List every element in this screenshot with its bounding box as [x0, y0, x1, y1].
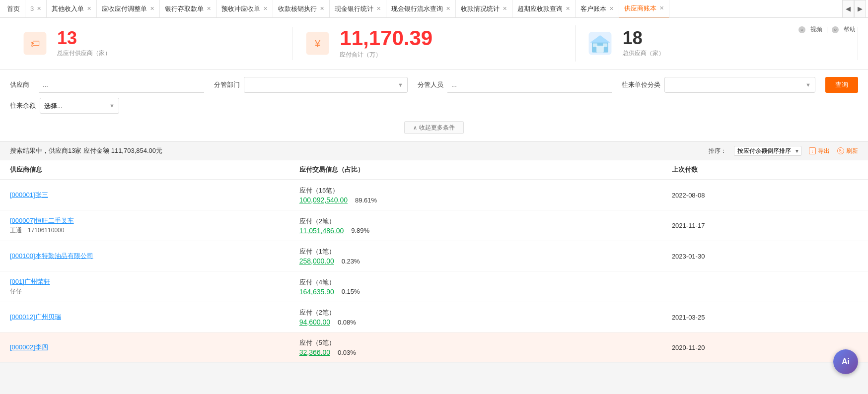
supplier-link-3[interactable]: [001]广州荣轩	[10, 277, 289, 286]
tab-collection-stats[interactable]: 收款情况统计 ✕	[456, 0, 512, 18]
transaction-label-1: 应付（2笔）	[299, 217, 672, 226]
last-pay-date-2: 2023-01-30	[672, 253, 705, 260]
tab-home-label: 首页	[7, 4, 20, 13]
tab-collection-close[interactable]: ✕	[320, 5, 324, 12]
supplier-label: 供应商	[10, 80, 35, 89]
sort-wrapper[interactable]: 按应付余额倒序排序 ▼	[734, 146, 801, 156]
search-row-1: 供应商 分管部门 ▼ 分管人员 往来单位分类 ▼	[10, 77, 858, 93]
search-panel: 供应商 分管部门 ▼ 分管人员 往来单位分类 ▼	[0, 69, 868, 142]
dept-select-wrapper[interactable]: ▼	[244, 77, 408, 93]
transaction-percent-4: 0.08%	[338, 319, 356, 326]
results-info: 搜索结果中，供应商13家 应付金额 111,703,854.00元	[10, 146, 709, 155]
supplier-input[interactable]	[39, 77, 204, 93]
supplier-contact-1: 王通 17106110000	[10, 226, 289, 235]
dept-field: 分管部门 ▼	[214, 77, 408, 93]
table-header: 供应商信息 应付交易信息（占比） 上次付数	[0, 160, 868, 180]
export-button[interactable]: ↓ 导出	[809, 147, 830, 155]
nav-left-arrow[interactable]: ◀	[842, 0, 854, 18]
svg-rect-9	[603, 44, 607, 47]
tab-collection-stats-close[interactable]: ✕	[503, 5, 507, 12]
supplier-icon: 🏷	[20, 30, 50, 57]
tab-cash-bank-stats-close[interactable]: ✕	[376, 5, 381, 12]
tab-cash-flow-close[interactable]: ✕	[446, 5, 450, 12]
collapse-button[interactable]: ∧ 收起更多条件	[404, 121, 464, 134]
transaction-amount-2[interactable]: 258,000.00	[299, 257, 334, 265]
supplier-link-1[interactable]: [000007]恒旺二手叉车	[10, 216, 289, 225]
transaction-cell-4: 应付（2笔） 94,600.00 0.08%	[289, 308, 672, 326]
transaction-cell-2: 应付（1笔） 258,000.00 0.23%	[289, 247, 672, 265]
category-field: 往来单位分类 ▼	[622, 77, 816, 93]
tab-bank-close[interactable]: ✕	[207, 5, 211, 12]
tab-ar-adjust[interactable]: 应收应付调整单 ✕	[97, 0, 160, 18]
tab-advance-close[interactable]: ✕	[263, 5, 268, 12]
table-row: [000012]广州贝瑞 应付（2笔） 94,600.00 0.08% 2021…	[0, 302, 868, 332]
svg-rect-8	[593, 44, 597, 47]
transaction-cell-5: 应付（5笔） 32,366.00 0.03%	[289, 338, 672, 356]
lastpay-cell-0: 2022-08-08	[672, 192, 858, 199]
help-link[interactable]: 帮助	[844, 25, 856, 34]
tab-other-income-close[interactable]: ✕	[87, 5, 91, 12]
tab-home[interactable]: 首页	[2, 0, 25, 18]
balance-select-wrapper[interactable]: 选择... ▼	[40, 98, 119, 114]
dept-select[interactable]	[248, 81, 404, 89]
balance-select[interactable]: 选择...	[44, 102, 115, 110]
tab-supplier-ledger-close[interactable]: ✕	[659, 5, 664, 11]
tab-advance[interactable]: 预收冲应收单 ✕	[217, 0, 273, 18]
person-input[interactable]	[447, 77, 612, 93]
tab-cash-flow[interactable]: 现金银行流水查询 ✕	[386, 0, 456, 18]
table-row: [000007]恒旺二手叉车 王通 17106110000 应付（2笔） 11,…	[0, 210, 868, 241]
category-select[interactable]	[669, 81, 811, 89]
tab-overdue[interactable]: 超期应收款查询 ✕	[512, 0, 576, 18]
search-button[interactable]: 查询	[825, 77, 858, 93]
transaction-amount-5[interactable]: 32,366.00	[299, 348, 330, 356]
stat-info-total: 11,170.39 应付合计（万）	[340, 28, 433, 59]
tab-customer-ledger[interactable]: 客户账本 ✕	[576, 0, 619, 18]
transaction-cell-0: 应付（15笔） 100,092,540.00 89.61%	[289, 186, 672, 204]
transaction-amount-4[interactable]: 94,600.00	[299, 318, 330, 326]
tab-supplier-ledger[interactable]: 供应商账本 ✕	[619, 0, 669, 18]
tab-overdue-close[interactable]: ✕	[566, 5, 570, 12]
transaction-amount-0[interactable]: 100,092,540.00	[299, 196, 348, 204]
transaction-amount-3[interactable]: 164,635.90	[299, 288, 334, 296]
transaction-amount-1[interactable]: 11,051,486.00	[299, 227, 344, 235]
stat-suppliers-label: 总供应商（家）	[623, 49, 664, 58]
tab-3[interactable]: 3 ✕	[25, 0, 47, 18]
refresh-button[interactable]: ↻ 刷新	[837, 147, 858, 155]
tab-3-close[interactable]: ✕	[37, 5, 41, 12]
data-table: 供应商信息 应付交易信息（占比） 上次付数 [000001]张三 应付（15笔）…	[0, 160, 868, 363]
results-actions: 排序： 按应付余额倒序排序 ▼ ↓ 导出 ↻ 刷新	[709, 146, 858, 156]
table-row: [001]广州荣轩 仔仔 应付（4笔） 164,635.90 0.15%	[0, 271, 868, 302]
transaction-percent-0: 89.61%	[355, 197, 377, 204]
transaction-label-5: 应付（5笔）	[299, 338, 672, 347]
supplier-link-5[interactable]: [000002]李四	[10, 343, 289, 352]
lastpay-cell-1: 2021-11-17	[672, 222, 858, 229]
nav-right-arrow[interactable]: ▶	[854, 0, 866, 18]
collapse-label: 收起更多条件	[419, 124, 455, 132]
transaction-label-3: 应付（4笔）	[299, 278, 672, 287]
person-label: 分管人员	[418, 80, 443, 89]
tab-collection[interactable]: 收款核销执行 ✕	[273, 0, 330, 18]
category-label: 往来单位分类	[622, 80, 660, 89]
transaction-label-2: 应付（1笔）	[299, 247, 672, 256]
export-label: 导出	[818, 147, 830, 155]
category-select-wrapper[interactable]: ▼	[664, 77, 816, 93]
supplier-cell-2: [000100]本特勤油品有限公司	[10, 252, 289, 261]
tab-other-income[interactable]: 其他收入单 ✕	[47, 0, 97, 18]
tab-cash-bank-stats[interactable]: 现金银行统计 ✕	[330, 0, 386, 18]
tab-ar-adjust-close[interactable]: ✕	[150, 5, 154, 12]
video-link[interactable]: 视频	[810, 25, 822, 34]
svg-rect-7	[596, 46, 604, 53]
supplier-link-2[interactable]: [000100]本特勤油品有限公司	[10, 252, 289, 261]
stat-total-number: 11,170.39	[340, 28, 433, 49]
tab-customer-ledger-close[interactable]: ✕	[609, 5, 614, 12]
supplier-link-4[interactable]: [000012]广州贝瑞	[10, 313, 289, 322]
tab-bank[interactable]: 银行存取款单 ✕	[160, 0, 217, 18]
export-icon: ↓	[809, 147, 816, 154]
balance-label: 往来余额	[10, 101, 36, 110]
sort-select[interactable]: 按应付余额倒序排序	[734, 146, 801, 156]
supplier-link-0[interactable]: [000001]张三	[10, 191, 289, 199]
collapse-up-icon: ∧	[413, 125, 417, 131]
last-pay-date-1: 2021-11-17	[672, 222, 705, 229]
transaction-percent-3: 0.15%	[342, 288, 360, 295]
tab-customer-ledger-label: 客户账本	[580, 4, 606, 13]
